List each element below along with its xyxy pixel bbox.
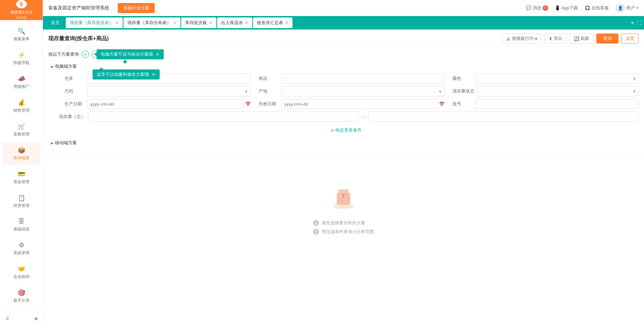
tab-close-inout-flow[interactable]: ✕ (245, 20, 248, 25)
online-service-label: 在线客服 (591, 5, 609, 11)
goods-input[interactable]: ··· (281, 73, 445, 84)
system-name: 装备及固定资产辅助管理系统 (48, 5, 109, 11)
empty-illustration (327, 181, 360, 215)
stock-main-input[interactable] (88, 112, 359, 122)
trial-button[interactable]: 体验行业方案 (118, 3, 155, 13)
tab-close-inventory-dist[interactable]: ✕ (173, 20, 176, 25)
tab-inventory-dist-label: 现存量（库存分布表） (127, 20, 171, 26)
sidebar-item-system[interactable]: ⚙ 系统管理 (3, 237, 40, 260)
add-scheme-button[interactable]: + (82, 51, 89, 58)
prod-date-start[interactable] (87, 99, 244, 109)
print-dropdown-icon: ▾ (535, 36, 537, 41)
sidebar-item-marketing[interactable]: 📣 营销推广 (3, 71, 40, 94)
inventory-icon: 📦 (18, 147, 25, 154)
calendar-icon: 📅 (245, 102, 251, 107)
collapse-button[interactable]: ∧ 收起更多条件 (54, 124, 639, 136)
print-button[interactable]: 🖨 按模板打印 ▾ (502, 34, 542, 44)
tab-inventory-status-label: 现存量（库存状况表） (70, 20, 113, 26)
edit-tooltip: 这里可以创建和修改方案哦 ✕ (93, 69, 160, 79)
refresh-button[interactable]: 🔄 刷新 (570, 34, 594, 44)
edit-tooltip-close[interactable]: ✕ (152, 72, 156, 77)
origin-select[interactable]: ▾ (281, 86, 445, 96)
scheme-pc-label: 电脑端方案 (55, 63, 77, 69)
calendar-icon2: 📅 (439, 102, 444, 107)
sidebar-item-operation[interactable]: 📋 经营管理 (3, 190, 40, 213)
sidebar-item-purchase[interactable]: 🛒 采购管理 (3, 119, 40, 141)
arrow-icon2: ▶ (51, 141, 54, 145)
finance-icon: 💳 (18, 170, 25, 178)
refresh-label: 刷新 (581, 36, 589, 42)
tab-home[interactable]: 首页 (46, 17, 65, 28)
ellipsis-icon2: ··· (284, 75, 289, 82)
sidebar-item-enterprise[interactable]: 🤝 企业协同 (3, 261, 40, 284)
tip2-num: 2 (313, 229, 319, 235)
header-divider (113, 5, 114, 11)
sidebar-item-inventory[interactable]: 📦 库存核算 (3, 143, 40, 165)
header-right: 💬 消息 6 📱 App下载 🎧 在线客服 👤 用户 ▾ (526, 3, 639, 13)
app-download-button[interactable]: 📱 App下载 (555, 5, 578, 11)
tab-close-inventory-status[interactable]: ✕ (115, 20, 119, 25)
export-icon: ⬆ (549, 36, 552, 41)
tab-collect-summary-label: 收发存汇总表 (257, 20, 283, 26)
dash: — (361, 114, 366, 119)
page-title: 现存量查询(按仓库+商品) (48, 35, 109, 42)
dot-indicator (123, 60, 127, 63)
settings-icon[interactable]: ⚙ (5, 316, 9, 321)
sidebar: 6 畅捷通好生意 标准版 🔍 搜索菜单 ⚡ 快捷导航 📣 营销推广 💰 销售管理… (0, 0, 43, 325)
message-button[interactable]: 💬 消息 6 (526, 5, 548, 11)
search-icon: 🔍 (18, 28, 25, 35)
sidebar-item-label: 搜索菜单 (13, 36, 30, 42)
scheme-mobile-label: 移动端方案 (55, 140, 77, 146)
maximize-icon[interactable]: ⛶ (637, 20, 641, 25)
export-label: 导出 (554, 36, 562, 42)
tab-inout-flow[interactable]: 出入库流水 ✕ (217, 17, 252, 28)
tab-batch-account[interactable]: 库存批次账 ✕ (181, 17, 216, 28)
logo-sub: 标准版 (16, 15, 26, 20)
page-title-bar: 现存量查询(按仓库+商品) 🖨 按模板打印 ▾ ⬆ 导出 🔄 刷新 查询 设置 (43, 30, 644, 47)
sidebar-item-label: 新手引导 (13, 298, 30, 304)
stock-status-select[interactable]: ▾ (477, 86, 639, 96)
print-icon: 🖨 (506, 36, 511, 41)
system-icon: ⚙ (19, 241, 24, 249)
batch-input[interactable] (475, 99, 639, 109)
tab-close-collect-summary[interactable]: ✕ (285, 20, 288, 25)
size-label: 尺码 (64, 88, 85, 94)
service-icon: 🎧 (585, 5, 590, 10)
sidebar-item-quick[interactable]: ⚡ 快捷导航 (3, 47, 40, 70)
marketing-icon: 📣 (18, 75, 25, 83)
stock-main-input-end[interactable] (368, 112, 639, 122)
sidebar-item-finance[interactable]: 💳 资金管理 (3, 166, 40, 189)
tab-collect-summary[interactable]: 收发存汇总表 ✕ (253, 17, 292, 28)
user-menu[interactable]: 👤 用户 ▾ (615, 3, 639, 13)
tab-actions: ✕ ⛶ (631, 20, 641, 25)
tab-inventory-dist[interactable]: 现存量（库存分布表） ✕ (123, 17, 180, 28)
sidebar-logo: 6 畅捷通好生意 标准版 (0, 0, 43, 20)
prod-date-label: 生产日期 (64, 101, 85, 107)
scheme-item-mobile[interactable]: ▶ 移动端方案 (51, 139, 639, 147)
sidebar-item-basic[interactable]: 🗄 基础信息 (3, 214, 40, 236)
main-content: 装备及固定资产辅助管理系统 体验行业方案 💬 消息 6 📱 App下载 🎧 在线… (43, 0, 644, 325)
scheme-tooltip-close[interactable]: ✕ (156, 52, 160, 57)
chevron-down-icon3: ▾ (439, 89, 441, 94)
tab-close-batch-account[interactable]: ✕ (209, 20, 212, 25)
empty-tips: 1 请先选择要分析的方案 2 用过滤条件来缩小分析范围 (313, 220, 374, 235)
sidebar-item-newbie[interactable]: 🎯 新手引导 (3, 285, 40, 308)
color-select[interactable]: ▾ (475, 73, 639, 84)
header-left: 装备及固定资产辅助管理系统 体验行业方案 (48, 3, 155, 13)
sidebar-item-search[interactable]: 🔍 搜索菜单 (3, 23, 40, 46)
expire-date-start[interactable] (281, 99, 438, 109)
top-header: 装备及固定资产辅助管理系统 体验行业方案 💬 消息 6 📱 App下载 🎧 在线… (43, 0, 644, 16)
collapse-sidebar-icon[interactable]: ◀ (34, 316, 37, 321)
minimize-icon[interactable]: ✕ (631, 20, 634, 25)
sidebar-item-sales[interactable]: 💰 销售管理 (3, 95, 40, 117)
message-badge: 6 (543, 5, 548, 11)
tab-inventory-status[interactable]: 现存量（库存状况表） ✕ (66, 17, 123, 28)
query-button[interactable]: 查询 (596, 34, 619, 44)
collapse-icon: ∧ (331, 128, 334, 133)
goods-field: 商品 ··· (259, 73, 445, 84)
size-select[interactable]: ▾ (87, 86, 251, 96)
online-service-button[interactable]: 🎧 在线客服 (585, 5, 609, 11)
prod-date-range: 📅 (87, 99, 251, 109)
export-button[interactable]: ⬆ 导出 (544, 34, 567, 44)
setup-button[interactable]: 设置 (621, 34, 639, 44)
